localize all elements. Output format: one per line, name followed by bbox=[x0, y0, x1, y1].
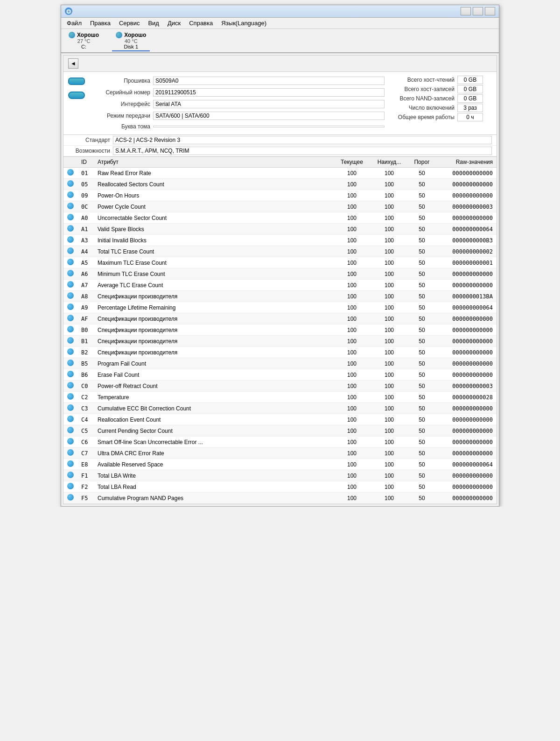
row-raw: 0000000013BA bbox=[436, 291, 497, 302]
row-attr: Cumulative Program NAND Pages bbox=[94, 493, 333, 504]
smart-table-row[interactable]: B2 Спецификации производителя 100 100 50… bbox=[63, 347, 497, 358]
row-id: B5 bbox=[77, 358, 94, 369]
smart-table-row[interactable]: A3 Initial Invalid Blocks 100 100 50 000… bbox=[63, 235, 497, 246]
row-raw: 000000000000 bbox=[436, 347, 497, 358]
row-attr: Minimum TLC Erase Count bbox=[94, 268, 333, 280]
row-worst: 100 bbox=[371, 369, 408, 381]
row-thresh: 50 bbox=[408, 459, 436, 470]
status-badge[interactable] bbox=[68, 78, 85, 85]
smart-table-row[interactable]: C4 Reallocation Event Count 100 100 50 0… bbox=[63, 414, 497, 425]
status-dot-indicator bbox=[67, 236, 74, 243]
smart-table-row[interactable]: B6 Erase Fail Count 100 100 50 000000000… bbox=[63, 369, 497, 381]
row-id: 05 bbox=[77, 179, 94, 190]
status-dot-indicator bbox=[67, 247, 74, 254]
row-dot bbox=[63, 381, 77, 392]
smart-table-row[interactable]: C0 Power-off Retract Count 100 100 50 00… bbox=[63, 381, 497, 392]
row-raw: 000000000000 bbox=[436, 493, 497, 504]
status-dot-indicator bbox=[67, 348, 74, 355]
minimize-button[interactable] bbox=[461, 7, 471, 15]
smart-table-row[interactable]: C6 Smart Off-line Scan Uncorrectable Err… bbox=[63, 437, 497, 448]
status-dot-indicator bbox=[67, 191, 74, 198]
smart-table-row[interactable]: F1 Total LBA Write 100 100 50 0000000000… bbox=[63, 470, 497, 481]
disk-tab-1[interactable]: Хорошо 40 °C Disk 1 bbox=[112, 31, 150, 51]
row-cur: 100 bbox=[333, 403, 371, 414]
col-cur-header: Текущее bbox=[333, 157, 371, 168]
row-attr: Program Fail Count bbox=[94, 358, 333, 369]
row-worst: 100 bbox=[371, 481, 408, 493]
row-attr: Reallocated Sectors Count bbox=[94, 179, 333, 190]
smart-table-row[interactable]: A9 Percentage Lifetime Remaining 100 100… bbox=[63, 302, 497, 313]
smart-table-row[interactable]: C7 Ultra DMA CRC Error Rate 100 100 50 0… bbox=[63, 448, 497, 459]
close-button[interactable] bbox=[485, 7, 495, 15]
uptime-val: 0 ч bbox=[457, 113, 483, 121]
row-attr: Average TLC Erase Count bbox=[94, 280, 333, 291]
host-reads-val: 0 GB bbox=[457, 76, 483, 84]
row-attr: Total TLC Erase Count bbox=[94, 246, 333, 257]
row-dot bbox=[63, 437, 77, 448]
row-thresh: 50 bbox=[408, 347, 436, 358]
status-dot-indicator bbox=[67, 292, 74, 299]
smart-table-row[interactable]: B0 Спецификации производителя 100 100 50… bbox=[63, 325, 497, 336]
smart-table-row[interactable]: A4 Total TLC Erase Count 100 100 50 0000… bbox=[63, 246, 497, 257]
row-attr: Total LBA Write bbox=[94, 470, 333, 481]
disk-c-dot bbox=[69, 32, 75, 38]
row-thresh: 50 bbox=[408, 201, 436, 212]
menu-edit[interactable]: Правка bbox=[86, 19, 114, 28]
smart-table-row[interactable]: A6 Minimum TLC Erase Count 100 100 50 00… bbox=[63, 268, 497, 280]
smart-table-row[interactable]: C3 Cumulative ECC Bit Correction Count 1… bbox=[63, 403, 497, 414]
smart-table-row[interactable]: A0 Uncorrectable Sector Count 100 100 50… bbox=[63, 212, 497, 224]
volume-key: Буква тома bbox=[90, 123, 150, 130]
row-id: B1 bbox=[77, 336, 94, 347]
menu-view[interactable]: Вид bbox=[144, 19, 163, 28]
smart-table-row[interactable]: A1 Valid Spare Blocks 100 100 50 0000000… bbox=[63, 224, 497, 235]
row-thresh: 50 bbox=[408, 224, 436, 235]
smart-table-row[interactable]: 01 Raw Read Error Rate 100 100 50 000000… bbox=[63, 168, 497, 179]
disk-tab-c[interactable]: Хорошо 27 °C C: bbox=[65, 31, 103, 50]
status-dot-indicator bbox=[67, 404, 74, 411]
menu-help[interactable]: Справка bbox=[185, 19, 217, 28]
smart-table-row[interactable]: 0C Power Cycle Count 100 100 50 00000000… bbox=[63, 201, 497, 212]
row-worst: 100 bbox=[371, 381, 408, 392]
transfer-val: SATA/600 | SATA/600 bbox=[153, 112, 385, 120]
disk-c-status: Хорошо bbox=[77, 32, 99, 38]
row-dot bbox=[63, 325, 77, 336]
smart-table-row[interactable]: B5 Program Fail Count 100 100 50 0000000… bbox=[63, 358, 497, 369]
row-id: A3 bbox=[77, 235, 94, 246]
disk-c-label: C: bbox=[81, 44, 86, 49]
row-attr: Current Pending Sector Count bbox=[94, 425, 333, 437]
smart-table-row[interactable]: E8 Available Reserved Space 100 100 50 0… bbox=[63, 459, 497, 470]
status-dot-indicator bbox=[67, 416, 74, 422]
window-controls bbox=[461, 7, 495, 15]
status-dot-indicator bbox=[67, 472, 74, 478]
row-raw: 000000000000 bbox=[436, 414, 497, 425]
row-raw: 000000000000 bbox=[436, 190, 497, 201]
smart-table-row[interactable]: 09 Power-On Hours 100 100 50 00000000000… bbox=[63, 190, 497, 201]
smart-table-row[interactable]: C5 Current Pending Sector Count 100 100 … bbox=[63, 425, 497, 437]
row-raw: 000000000000 bbox=[436, 212, 497, 224]
row-id: A7 bbox=[77, 280, 94, 291]
smart-table-row[interactable]: F5 Cumulative Program NAND Pages 100 100… bbox=[63, 493, 497, 504]
smart-table-row[interactable]: AF Спецификации производителя 100 100 50… bbox=[63, 313, 497, 325]
menu-service[interactable]: Сервис bbox=[115, 19, 144, 28]
smart-table-row[interactable]: 05 Reallocated Sectors Count 100 100 50 … bbox=[63, 179, 497, 190]
menu-file[interactable]: Файл bbox=[63, 19, 85, 28]
smart-table-row[interactable]: A8 Спецификации производителя 100 100 50… bbox=[63, 291, 497, 302]
row-attr: Temperature bbox=[94, 392, 333, 403]
smart-table-row[interactable]: B1 Спецификации производителя 100 100 50… bbox=[63, 336, 497, 347]
row-cur: 100 bbox=[333, 369, 371, 381]
menu-disk[interactable]: Диск bbox=[164, 19, 184, 28]
maximize-button[interactable] bbox=[473, 7, 483, 15]
smart-table-row[interactable]: A5 Maximum TLC Erase Count 100 100 50 00… bbox=[63, 257, 497, 268]
row-thresh: 50 bbox=[408, 246, 436, 257]
row-raw: 000000000000 bbox=[436, 280, 497, 291]
row-worst: 100 bbox=[371, 414, 408, 425]
row-worst: 100 bbox=[371, 313, 408, 325]
smart-table-row[interactable]: A7 Average TLC Erase Count 100 100 50 00… bbox=[63, 280, 497, 291]
disk-header: ◄ bbox=[63, 56, 497, 72]
temp-badge[interactable] bbox=[68, 92, 85, 99]
prev-disk-button[interactable]: ◄ bbox=[68, 58, 78, 69]
smart-table-row[interactable]: F2 Total LBA Read 100 100 50 00000000000… bbox=[63, 481, 497, 493]
row-dot bbox=[63, 190, 77, 201]
smart-table-row[interactable]: C2 Temperature 100 100 50 000000000028 bbox=[63, 392, 497, 403]
menu-language[interactable]: Язык(Language) bbox=[217, 19, 270, 28]
